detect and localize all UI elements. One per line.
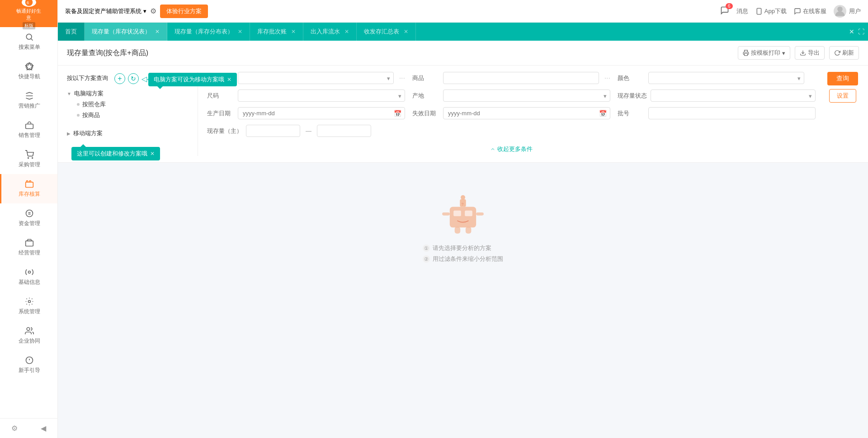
- filter-field-size: 尺码: [207, 89, 405, 102]
- header-settings-icon[interactable]: ⚙: [150, 7, 156, 15]
- scheme-section-pc-label: 电脑端方案: [74, 89, 104, 98]
- search-button[interactable]: 查询: [827, 72, 858, 85]
- user-name: 用户: [849, 7, 861, 15]
- goods-dots[interactable]: ···: [604, 74, 610, 82]
- sidebar-item-nav[interactable]: 快捷导航: [0, 57, 57, 86]
- settings-button[interactable]: 设置: [829, 89, 856, 103]
- tab-close-icon[interactable]: ✕: [238, 28, 242, 35]
- scheme-section-mobile-header[interactable]: ▶ 移动端方案: [67, 128, 190, 139]
- sidebar: 6 畅通好好生意 标版 搜索菜单 快捷导航 营销推广 销售管理 采购管理 库存核…: [0, 0, 58, 438]
- qty-from-input[interactable]: [246, 125, 300, 137]
- collapse-button[interactable]: 收起更多条件: [207, 142, 816, 156]
- origin-select-wrap: [443, 89, 610, 102]
- tab-summary[interactable]: 收发存汇总表 ✕: [357, 23, 416, 41]
- export-label: 导出: [808, 49, 820, 57]
- filter-action-buttons: 查询 设置: [823, 72, 859, 156]
- sidebar-item-label: 营销推广: [19, 102, 40, 110]
- qty-to-input[interactable]: [317, 125, 371, 137]
- message-icon[interactable]: 6: [720, 6, 729, 16]
- sidebar-item-label: 采购管理: [19, 161, 40, 169]
- tab-inventory-distribution[interactable]: 现存量（库存分布表） ✕: [167, 23, 250, 41]
- tab-close-icon[interactable]: ✕: [404, 28, 408, 35]
- tab-label: 出入库流水: [311, 28, 340, 36]
- collapse-arrow: ▶: [67, 131, 71, 136]
- tab-inventory-status[interactable]: 现存量（库存状况表） ✕: [85, 23, 167, 41]
- status-select[interactable]: [651, 89, 816, 102]
- svg-rect-29: [466, 227, 472, 234]
- goods-input[interactable]: [443, 72, 599, 84]
- user-area[interactable]: 用户: [834, 5, 861, 18]
- sidebar-item-inventory[interactable]: 库存核算: [0, 174, 57, 203]
- sidebar-item-finance[interactable]: 资金管理: [0, 203, 57, 233]
- qty-separator: —: [306, 127, 311, 134]
- tab-close-icon[interactable]: ✕: [344, 28, 349, 35]
- page-actions: 按模板打印 ▾ 导出 刷新: [738, 46, 859, 60]
- expiry-date-input[interactable]: [443, 107, 610, 119]
- svg-rect-9: [26, 182, 33, 188]
- empty-state: ? 请先选择要分析的方案 用过滤条件来缩小分析范围: [58, 163, 868, 293]
- tab-close-icon[interactable]: ✕: [291, 28, 296, 35]
- template-print-button[interactable]: 按模板打印 ▾: [738, 46, 790, 60]
- origin-select[interactable]: [443, 89, 610, 102]
- tab-close-icon[interactable]: ✕: [155, 28, 160, 35]
- warehouse-select[interactable]: [238, 72, 394, 84]
- refresh-button[interactable]: 刷新: [829, 46, 859, 60]
- tab-fullscreen-icon[interactable]: ⛶: [858, 28, 864, 35]
- scheme-item-goods[interactable]: 按商品: [74, 110, 190, 121]
- empty-tips: 请先选择要分析的方案 用过滤条件来缩小分析范围: [423, 244, 503, 266]
- scheme-item-label: 按商品: [82, 111, 100, 119]
- color-select[interactable]: [648, 72, 804, 84]
- tooltip2-close[interactable]: ✕: [150, 151, 155, 157]
- sidebar-bottom: ⚙ ◀: [0, 418, 57, 438]
- tab-batch[interactable]: 库存批次账 ✕: [250, 23, 303, 41]
- system-select[interactable]: 装备及固定资产辅助管理系统 ▾: [65, 7, 146, 15]
- sidebar-item-guide[interactable]: 新手引导: [0, 350, 57, 380]
- sidebar-item-system[interactable]: 系统管理: [0, 292, 57, 321]
- sidebar-item-sales[interactable]: 销售管理: [0, 115, 57, 145]
- tab-flow[interactable]: 出入库流水 ✕: [303, 23, 357, 41]
- empty-tip1: 请先选择要分析的方案: [423, 244, 503, 252]
- template-print-label: 按模板打印: [751, 49, 780, 57]
- sidebar-item-purchase[interactable]: 采购管理: [0, 145, 57, 174]
- scheme-refresh-button[interactable]: ↻: [128, 73, 139, 84]
- sidebar-item-label: 库存核算: [19, 190, 40, 198]
- item-dot: [77, 114, 80, 117]
- tooltip1-close[interactable]: ✕: [227, 76, 231, 83]
- label-color: 颜色: [618, 74, 645, 82]
- production-date-wrap: [238, 107, 405, 119]
- scheme-section-mobile: ▶ 移动端方案: [67, 128, 190, 139]
- refresh-label: 刷新: [842, 49, 854, 57]
- scheme-section-pc: ▼ 电脑端方案 按照仓库 按商品: [67, 88, 190, 121]
- page-title: 现存量查询(按仓库+商品): [67, 48, 148, 58]
- sidebar-item-enterprise[interactable]: 企业协同: [0, 321, 57, 350]
- online-service[interactable]: 在线客服: [794, 7, 826, 15]
- collapse-label: 收起更多条件: [497, 145, 533, 153]
- scheme-add-button[interactable]: +: [114, 73, 125, 84]
- production-date-input[interactable]: [238, 107, 405, 119]
- batch-input[interactable]: [648, 107, 816, 119]
- warehouse-dots[interactable]: ···: [399, 74, 405, 82]
- message-badge: 6: [726, 3, 733, 9]
- tab-home[interactable]: 首页: [58, 23, 85, 41]
- export-button[interactable]: 导出: [795, 46, 825, 60]
- tab-bar-right: ✕ ⛶: [849, 28, 868, 35]
- svg-point-8: [32, 158, 33, 159]
- app-download[interactable]: App下载: [755, 7, 787, 15]
- top-header: 装备及固定资产辅助管理系统 ▾ ⚙ 体验行业方案 6 消息 App下载 在线客服: [58, 0, 868, 23]
- settings-bottom-icon[interactable]: ⚙: [11, 424, 18, 433]
- svg-rect-21: [745, 53, 748, 56]
- filter-fields: 仓库 ··· 商品 ··· 颜色: [198, 72, 823, 156]
- tab-close-all-icon[interactable]: ✕: [849, 28, 854, 35]
- sidebar-item-search[interactable]: 搜索菜单: [0, 27, 57, 57]
- label-origin: 产地: [412, 92, 439, 100]
- scheme-item-warehouse[interactable]: 按照仓库: [74, 99, 190, 110]
- sidebar-item-marketing[interactable]: 营销推广: [0, 86, 57, 115]
- sidebar-item-basic[interactable]: 基础信息: [0, 262, 57, 292]
- size-select[interactable]: [238, 89, 405, 102]
- scheme-section-pc-header[interactable]: ▼ 电脑端方案: [67, 88, 190, 99]
- sidebar-item-operations[interactable]: 经营管理: [0, 233, 57, 262]
- svg-point-13: [28, 301, 31, 303]
- collapse-icon[interactable]: ◀: [41, 424, 46, 433]
- logo-icon: 6: [22, 0, 36, 7]
- trial-button[interactable]: 体验行业方案: [160, 5, 208, 18]
